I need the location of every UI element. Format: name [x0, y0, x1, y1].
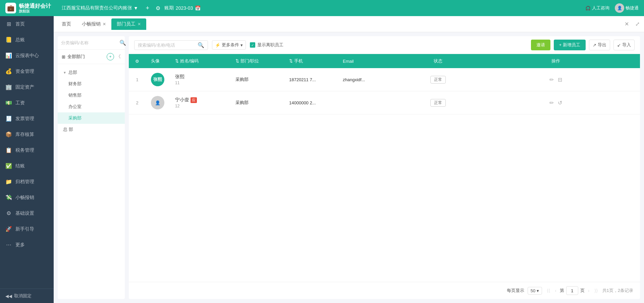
dept-all-label: ⊞ 全部部门 [62, 54, 104, 60]
sidebar-item-invoice[interactable]: 🧾 发票管理 [0, 111, 54, 127]
sidebar-label-guide: 新手引导 [15, 226, 34, 232]
tab-maximize-button[interactable]: ⤢ [633, 20, 641, 28]
tax-icon: 📋 [5, 147, 12, 153]
edit-icon-1[interactable]: ✏ [549, 77, 554, 83]
sidebar-item-tax[interactable]: 📋 税务管理 [0, 142, 54, 158]
next-page-button[interactable]: › [587, 287, 591, 294]
tab-employee[interactable]: 部门员工 ✕ [111, 18, 146, 30]
row-actions-1: ✏ ⊟ [472, 68, 640, 91]
employee-search-input[interactable] [138, 43, 196, 48]
search-icon: 🔍 [119, 40, 126, 46]
prev-page-button[interactable]: ‹ [553, 287, 558, 294]
dept-search: 🔍 [58, 36, 125, 50]
sidebar-item-guide[interactable]: 🚀 新手引导 [0, 221, 54, 237]
sidebar: ⊞ 首页 📒 总账 📊 云报表中心 💰 资金管理 🏢 固定资产 💵 工资 🧾 发… [0, 16, 54, 303]
user-item[interactable]: 👤 畅捷通 [615, 3, 639, 13]
sidebar-item-funds[interactable]: 💰 资金管理 [0, 63, 54, 79]
table-row: 1 张熙 张熙 11 采购部 [129, 68, 640, 91]
row-actions-2: ✏ ↺ [472, 91, 640, 114]
sidebar-label-tax: 税务管理 [15, 147, 34, 153]
delete-icon-2[interactable]: ↺ [558, 100, 562, 106]
support-label: 人工咨询 [592, 5, 609, 11]
sidebar-item-home[interactable]: ⊞ 首页 [0, 16, 54, 32]
sidebar-label-ledger: 总账 [15, 37, 25, 43]
app-logo: 💼 畅捷通好会计 旗舰版 [5, 3, 59, 13]
invite-button[interactable]: 邀请 [531, 40, 550, 50]
page-size-label: 每页显示 [507, 288, 524, 294]
dept-label-zongbu2: 总 部 [63, 127, 73, 133]
sidebar-item-closing[interactable]: ✅ 结账 [0, 158, 54, 174]
sidebar-item-archive[interactable]: 📁 归档管理 [0, 174, 54, 190]
dept-node-zongbu2[interactable]: 总 部 [58, 124, 125, 135]
support-item[interactable]: 🎧 人工咨询 [585, 5, 609, 11]
table-body: 1 张熙 张熙 11 采购部 [129, 68, 640, 114]
tab-expense[interactable]: 小畅报销 ✕ [76, 18, 111, 30]
filter-label: 更多条件 [222, 42, 239, 48]
page-input[interactable] [566, 286, 578, 295]
archive-icon: 📁 [5, 179, 12, 185]
content-area: 首页 小畅报销 ✕ 部门员工 ✕ ✕ ⤢ 🔍 [54, 16, 644, 303]
code-2: 12 [175, 104, 225, 108]
export-button[interactable]: ↗ 导出 [589, 40, 610, 50]
sidebar-item-reports[interactable]: 📊 云报表中心 [0, 48, 54, 63]
filter-button[interactable]: ⚡ 更多条件 ▾ [212, 40, 246, 50]
status-badge-2: 正常 [430, 99, 446, 107]
col-dept[interactable]: ⇅ 部门/职位 [230, 54, 284, 68]
show-resigned-checkbox[interactable]: ✓ 显示离职员工 [250, 42, 283, 48]
sidebar-item-expense[interactable]: 💸 小畅报销 [0, 190, 54, 205]
sidebar-item-payroll[interactable]: 💵 工资 [0, 95, 54, 111]
col-phone[interactable]: ⇅ 手机 [284, 54, 337, 68]
sidebar-item-more[interactable]: ⋯ 更多 [0, 237, 54, 253]
tab-minimize-button[interactable]: ✕ [623, 20, 631, 28]
col-name[interactable]: ⇅ 姓名/编码 [170, 54, 230, 68]
header-add-button[interactable]: + [144, 4, 152, 12]
dept-panel: 🔍 ⊞ 全部部门 + 《 ▼ 总部 [58, 36, 125, 299]
edit-icon-2[interactable]: ✏ [549, 100, 554, 106]
sidebar-item-ledger[interactable]: 📒 总账 [0, 32, 54, 48]
last-page-button[interactable]: ⟩⟩ [593, 287, 599, 294]
main-layout: ⊞ 首页 📒 总账 📊 云报表中心 💰 资金管理 🏢 固定资产 💵 工资 🧾 发… [0, 16, 644, 303]
row-email-1: zhangxidf... [337, 68, 405, 91]
employee-data-table: ⚙ 头像 ⇅ 姓名/编码 ⇅ 部门/职位 ⇅ 手机 [129, 54, 640, 114]
avatar-2: 👤 [151, 96, 164, 109]
dept-node-caigou[interactable]: 采购部 [58, 112, 125, 124]
ledger-icon: 📒 [5, 37, 12, 43]
tab-employee-close[interactable]: ✕ [138, 22, 141, 27]
import-button[interactable]: ↙ 导入 [613, 40, 635, 50]
tab-home[interactable]: 首页 [56, 18, 76, 30]
sidebar-item-assets[interactable]: 🏢 固定资产 [0, 79, 54, 95]
first-page-button[interactable]: ⟨⟨ [545, 287, 551, 294]
tab-expense-close[interactable]: ✕ [103, 22, 106, 27]
badge-ying-2: 应 [191, 97, 197, 103]
dept-node-bangong[interactable]: 办公室 [58, 101, 125, 112]
dept-collapse-button[interactable]: 《 [116, 54, 121, 60]
sidebar-item-inventory[interactable]: 📦 库存核算 [0, 127, 54, 142]
page-unit: 页 [580, 288, 585, 294]
calendar-icon[interactable]: 📅 [195, 5, 201, 11]
dept-search-input[interactable] [61, 40, 117, 45]
dept-node-zongbu[interactable]: ▼ 总部 [58, 67, 125, 78]
dept-node-xiaoshou[interactable]: 销售部 [58, 90, 125, 101]
dept-label-caiwu: 财务部 [68, 81, 82, 87]
sidebar-pin-toggle[interactable]: ◀◀ 取消固定 [0, 289, 54, 303]
header-settings-button[interactable]: ⚙ [156, 5, 160, 11]
add-employee-button[interactable]: + 新增员工 [554, 40, 586, 50]
page-total: 共1页，2条记录 [602, 288, 633, 294]
col-settings[interactable]: ⚙ [129, 54, 146, 68]
row-email-2 [337, 91, 405, 114]
page-size-select[interactable]: 50 ▾ [528, 287, 542, 295]
logout-icon-1[interactable]: ⊟ [558, 77, 562, 83]
expand-icon: ▼ [63, 71, 66, 74]
dept-node-caiwu[interactable]: 财务部 [58, 78, 125, 90]
invoice-icon: 🧾 [5, 115, 12, 122]
page-nav: ⟨⟨ ‹ 第 页 › ⟩⟩ [545, 286, 599, 295]
header-right: 🎧 人工咨询 👤 畅捷通 [585, 3, 639, 13]
sidebar-item-settings[interactable]: ⚙ 基础设置 [0, 205, 54, 221]
headset-icon: 🎧 [585, 6, 591, 11]
dept-add-button[interactable]: + [107, 53, 114, 60]
chevron-down-icon: ▾ [240, 43, 243, 48]
status-badge-1: 正常 [430, 76, 446, 84]
row-num-2: 2 [129, 91, 146, 114]
import-icon: ↙ [617, 43, 621, 48]
header-company[interactable]: 江西服宝精品有限责任公司内账张 ▼ [62, 5, 138, 11]
